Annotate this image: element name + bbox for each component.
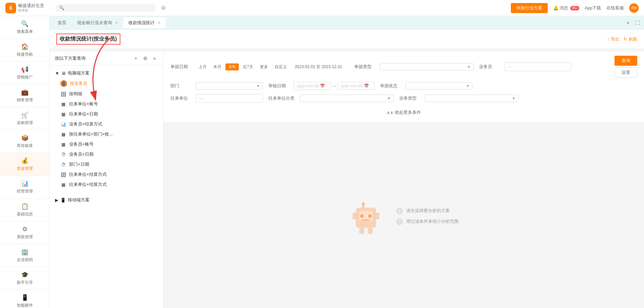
partner-dept-icon: ▦ — [60, 131, 66, 137]
export-button[interactable]: ↑ 导出 — [607, 36, 620, 42]
scheme-item-partner-settlement2[interactable]: ▦ 往来单位+结算方式 — [50, 179, 163, 190]
top-nav-area: 🔍 ⚙ — [55, 4, 511, 12]
scheme-item-label-partner-settlement2: 往来单位+结算方式 — [69, 182, 107, 188]
tab-collection-stats-label: 收款情况统计 — [128, 20, 155, 26]
sidebar-item-enterprise[interactable]: 🏢 企业协同 — [0, 244, 49, 267]
salesperson-ellipsis[interactable]: ··· — [507, 64, 512, 69]
scheme-item-salesperson[interactable]: 👤 按业务员 — [50, 78, 163, 89]
svg-rect-5 — [353, 213, 357, 219]
tip-number-2: 2 — [396, 218, 403, 225]
refresh-button[interactable]: ↻ 刷新 — [624, 36, 637, 42]
filter-row-1: 单据日期 上月 本月 本年 近7天 更多 自定义 2023-01-01 至 20… — [170, 56, 637, 78]
trial-button[interactable]: 体验行业方案 — [511, 3, 548, 13]
scheme-item-partner-account[interactable]: ▦ 往来单位+账号 — [50, 99, 163, 109]
purchase-icon: 🛒 — [21, 111, 29, 119]
date-tab-custom[interactable]: 自定义 — [272, 63, 289, 70]
refresh-icon: ↻ — [624, 37, 627, 42]
scheme-item-partner-date[interactable]: ▦ 往来单位+日期 — [50, 109, 163, 119]
scheme-add-btn[interactable]: ＋ — [132, 55, 139, 62]
message-icon[interactable]: 🔔 消息 99+ — [553, 5, 579, 11]
svg-rect-7 — [359, 228, 364, 234]
expand-triangle-icon: ▶ — [55, 198, 58, 203]
sidebar-item-basic[interactable]: 📋 基础信息 — [0, 199, 49, 221]
business-type-select[interactable]: ▼ — [425, 95, 519, 102]
message-label: 消息 — [559, 5, 568, 10]
tab-home[interactable]: 首页 — [52, 17, 72, 28]
basic-icon: 📋 — [21, 203, 29, 210]
business-type-label: 业务类型 — [399, 95, 419, 101]
sidebar-item-search[interactable]: 🔍 搜索菜单 — [0, 16, 49, 39]
sidebar-item-operation[interactable]: 📊 经营管理 — [0, 176, 49, 199]
app-download[interactable]: App下载 — [585, 5, 601, 11]
filter-panel: 单据日期 上月 本月 本年 近7天 更多 自定义 2023-01-01 至 20… — [164, 52, 644, 122]
sidebar-item-marketing[interactable]: 📢 营销推广 — [0, 62, 49, 85]
tab-expand-btn[interactable]: ⛶ — [633, 19, 641, 27]
scheme-item-salesperson-settlement[interactable]: 📊 业务员+结算方式 — [50, 119, 163, 129]
scheme-settings-btn[interactable]: ⚙ — [142, 55, 149, 62]
partner-settlement2-icon: ▦ — [60, 182, 66, 188]
salesperson-select[interactable]: ··· — [504, 62, 572, 71]
user-icon: 👤 — [61, 82, 66, 86]
desktop-icon: 🖥 — [61, 71, 66, 76]
salesperson-account-icon: ▦ — [60, 141, 66, 147]
sidebar-label-system: 系统管理 — [17, 234, 33, 240]
scheme-item-label-salesperson-date: 业务员+日期 — [69, 151, 94, 157]
scheme-collapse-btn[interactable]: « — [151, 55, 158, 62]
scheme-item-salesperson-date[interactable]: ⏱ 业务员+日期 — [50, 149, 163, 159]
scheme-group-desktop-header[interactable]: ▼ 🖥 电脑端方案 — [50, 68, 163, 78]
partner-category-select[interactable]: ▼ — [300, 95, 394, 102]
sidebar-item-inventory[interactable]: 📦 库存核算 — [0, 130, 49, 153]
sidebar-item-quick-nav[interactable]: 🏠 快捷导航 — [0, 39, 49, 62]
scheme-item-salesperson-account[interactable]: ▦ 业务员+账号 — [50, 139, 163, 149]
date-tab-last-month[interactable]: 上月 — [196, 63, 209, 70]
partner-ellipsis[interactable]: ··· — [199, 96, 203, 101]
sidebar-item-sales[interactable]: 💼 销售管理 — [0, 85, 49, 107]
date-tab-this-year[interactable]: 本年 — [225, 63, 239, 70]
date-tab-more[interactable]: 更多 — [257, 63, 271, 70]
header-search-bar[interactable]: 🔍 — [55, 4, 156, 12]
collapse-conditions-btn[interactable]: ∧∧ 收起更多条件 — [170, 107, 637, 118]
tab-collection-stats[interactable]: 收款情况统计 × — [123, 17, 166, 28]
sidebar-item-system[interactable]: ⚙ 系统管理 — [0, 221, 49, 244]
result-area: 1 请先选择要分析的方案 2 用过滤条件来缩小分析范围 — [164, 125, 644, 308]
query-button[interactable]: 查询 — [614, 56, 637, 66]
mobile-icon: 📱 — [60, 198, 66, 203]
online-service[interactable]: 在线客服 — [606, 5, 624, 11]
settings-button[interactable]: 设置 — [614, 67, 637, 78]
scheme-item-partner-dept[interactable]: ▦ 按往来单位+部门+收... — [50, 129, 163, 139]
search-menu-icon: 🔍 — [21, 20, 29, 28]
tab-close-all-btn[interactable]: × — [624, 19, 632, 27]
review-date-start-field[interactable]: yyyy-mm-dd 📅 — [294, 82, 331, 90]
search-icon: 🔍 — [59, 5, 64, 10]
logo-area: 6 畅捷通好生意 标准版 — [5, 3, 55, 13]
main-layout: 🔍 搜索菜单 🏠 快捷导航 📢 营销推广 💼 销售管理 🛒 采购管理 📦 库存核… — [0, 16, 644, 308]
sidebar: 🔍 搜索菜单 🏠 快捷导航 📢 营销推广 💼 销售管理 🛒 采购管理 📦 库存核… — [0, 16, 50, 308]
scheme-panel-header: 按以下方案查询 ＋ ⚙ « — [50, 52, 163, 65]
date-tab-this-month[interactable]: 本月 — [211, 63, 224, 70]
tab-collection-stats-close[interactable]: × — [158, 20, 160, 25]
date-dash: — — [332, 84, 336, 89]
settings-icon[interactable]: ⚙ — [161, 5, 166, 11]
placeholder-illustration — [349, 198, 383, 236]
tab-bank-flow[interactable]: 现金银行流水查询 × — [72, 17, 123, 28]
sidebar-item-purchase[interactable]: 🛒 采购管理 — [0, 107, 49, 130]
scheme-item-dept-date[interactable]: ⏱ 部门+日期 — [50, 159, 163, 169]
sidebar-item-hardware[interactable]: 📱 智能硬件 — [0, 290, 49, 308]
scheme-item-label-partner-dept: 按往来单位+部门+收... — [69, 131, 113, 137]
tab-bank-flow-close[interactable]: × — [115, 20, 118, 25]
partner-select[interactable]: ··· — [196, 94, 263, 103]
user-avatar[interactable]: Rit — [629, 3, 639, 13]
scheme-group-mobile-header[interactable]: ▶ 📱 移动端方案 — [50, 195, 163, 205]
sidebar-item-finance[interactable]: 💰 资金管理 — [0, 153, 49, 176]
salesperson-date-icon: ⏱ — [60, 151, 66, 157]
review-date-end-field[interactable]: yyyy-mm-dd 📅 — [338, 82, 375, 90]
voucher-status-select[interactable]: ▼ — [406, 82, 473, 90]
scheme-item-partner-settlement1[interactable]: 🔢 往来单位+结算方式 — [50, 169, 163, 179]
voucher-type-select[interactable]: ▼ — [380, 63, 474, 70]
dept-select[interactable]: ▼ — [196, 82, 263, 90]
review-date-input: yyyy-mm-dd 📅 — yyyy-mm-dd 📅 — [294, 82, 375, 90]
filter-row-2: 部门 ▼ 审核日期 yyyy-mm-dd 📅 — [170, 82, 637, 90]
scheme-item-detail[interactable]: 🔢 按明细 — [50, 89, 163, 99]
sidebar-item-guide[interactable]: 🎓 新手引导 — [0, 267, 49, 290]
date-tab-7days[interactable]: 近7天 — [240, 63, 256, 70]
